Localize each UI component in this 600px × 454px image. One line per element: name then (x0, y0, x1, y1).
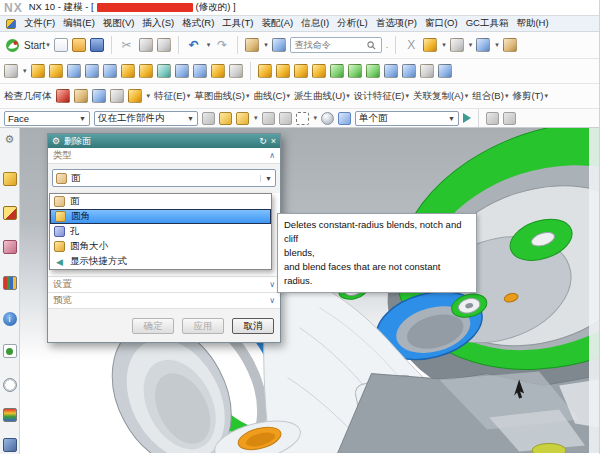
redo-icon[interactable]: ↷ (214, 37, 230, 53)
apply-button[interactable]: 应用 (182, 318, 224, 334)
type-filter-combo[interactable]: Face▼ (4, 111, 90, 126)
graphics-window[interactable]: ⚙ 删除面 ↻ × 类型 ∧ 面 ▼ (20, 128, 599, 454)
menu-insert[interactable]: 插入(S) (142, 17, 174, 30)
deviation-icon[interactable] (74, 89, 88, 103)
unite-icon[interactable] (330, 64, 344, 78)
new-file-icon[interactable] (54, 38, 68, 52)
datum-csys-icon[interactable] (258, 64, 272, 78)
block-icon[interactable] (67, 64, 81, 78)
preview-group-header[interactable]: 预览 ∨ (48, 293, 280, 309)
sphere-select-icon[interactable] (321, 112, 334, 125)
menu-tools[interactable]: 工具(T) (222, 17, 253, 30)
menu-analysis[interactable]: 分析(L) (337, 17, 368, 30)
undo-icon[interactable]: ↶ (186, 37, 202, 53)
boss-icon[interactable] (139, 64, 153, 78)
menu-gc-toolbox[interactable]: GC工具箱 (466, 17, 509, 30)
selection-scope-combo[interactable]: 仅在工作部件内▼ (94, 111, 198, 126)
part-navigator-icon[interactable] (3, 240, 17, 254)
snap-point-icon[interactable] (219, 112, 232, 125)
assembly-navigator-icon[interactable] (3, 172, 17, 186)
popup-item-face[interactable]: 面 (50, 194, 271, 209)
rendering-style-icon[interactable] (476, 38, 490, 52)
command-finder-icon[interactable] (245, 38, 259, 52)
popup-item-blend[interactable]: 圆角 (50, 209, 271, 224)
shell-icon[interactable] (211, 64, 225, 78)
revolve-icon[interactable] (49, 64, 63, 78)
cylinder-icon[interactable] (85, 64, 99, 78)
menu-preferences[interactable]: 首选项(P) (376, 17, 417, 30)
face-rule-combo[interactable]: 单个面▼ (355, 111, 459, 126)
group-curve[interactable]: 曲线(C)▾ (253, 90, 290, 103)
deselect-icon[interactable] (279, 112, 292, 125)
popup-item-show-shortcuts[interactable]: ◀ 显示快捷方式 (50, 254, 271, 269)
rib-icon[interactable] (229, 64, 243, 78)
measure-icon[interactable] (92, 89, 106, 103)
snap-point-alt-icon[interactable] (236, 112, 249, 125)
group-trim[interactable]: 修剪(T)▾ (512, 90, 548, 103)
sketch-icon[interactable] (4, 64, 18, 78)
web-browser-icon[interactable]: i (3, 312, 17, 326)
menu-file[interactable]: 文件(F) (24, 17, 55, 30)
thread-icon[interactable] (193, 64, 207, 78)
subtract-icon[interactable] (348, 64, 362, 78)
menu-assemblies[interactable]: 装配(A) (262, 17, 294, 30)
orient-view-icon[interactable]: X (403, 37, 419, 53)
popup-item-blend-size[interactable]: 圆角大小 (50, 239, 271, 254)
dialog-title-bar[interactable]: ⚙ 删除面 ↻ × (48, 134, 280, 148)
intersect-icon[interactable] (366, 64, 380, 78)
constraint-navigator-icon[interactable] (3, 206, 17, 220)
fit-view-icon[interactable] (423, 38, 437, 52)
ok-button[interactable]: 确定 (132, 318, 174, 334)
point-icon[interactable] (276, 64, 290, 78)
group-associative-copy[interactable]: 关联复制(A)▾ (413, 90, 468, 103)
display-part-icon[interactable] (272, 38, 286, 52)
expand-chevron-icon[interactable]: ∨ (269, 280, 275, 289)
start-button[interactable]: Start▾ (24, 40, 50, 51)
select-handle-icon[interactable] (262, 112, 275, 125)
move-handle-icon[interactable] (486, 112, 499, 125)
dialog-reset-icon[interactable]: ↻ (259, 137, 267, 146)
expand-chevron-icon[interactable]: ∨ (269, 296, 275, 305)
solid-select-icon[interactable] (338, 112, 351, 125)
type-group-header[interactable]: 类型 ∧ (48, 148, 280, 164)
sew-icon[interactable] (384, 64, 398, 78)
paste-icon[interactable] (157, 38, 171, 52)
dialog-close-icon[interactable]: × (271, 137, 276, 146)
system-materials-icon[interactable] (3, 438, 17, 452)
apply-filter-arrow-icon[interactable] (463, 113, 471, 123)
gear-icon[interactable]: ⚙ (3, 132, 17, 146)
cone-icon[interactable] (103, 64, 117, 78)
examine-geometry-icon[interactable] (56, 89, 70, 103)
menu-information[interactable]: 信息(I) (301, 17, 329, 30)
menu-edit[interactable]: 编辑(E) (63, 17, 95, 30)
roles-palette-icon[interactable] (3, 408, 17, 422)
cut-icon[interactable]: ✂ (119, 37, 135, 53)
show-hide-icon[interactable] (450, 38, 464, 52)
group-feature[interactable]: 特征(E)▾ (154, 90, 190, 103)
pocket-icon[interactable] (157, 64, 171, 78)
offset-face-icon[interactable] (420, 64, 434, 78)
extrude-icon[interactable] (31, 64, 45, 78)
group-derived-curve[interactable]: 派生曲线(U)▾ (294, 90, 350, 103)
group-design-feature[interactable]: 设计特征(E)▾ (354, 90, 409, 103)
save-icon[interactable] (90, 38, 104, 52)
hatch-lines-icon[interactable] (128, 89, 142, 103)
pad-icon[interactable] (175, 64, 189, 78)
copy-icon[interactable] (139, 38, 153, 52)
reuse-library-icon[interactable] (3, 276, 17, 290)
command-search-box[interactable] (290, 37, 382, 53)
check-geometry-label[interactable]: 检查几何体 (4, 90, 52, 103)
menu-help[interactable]: 帮助(H) (516, 17, 548, 30)
cancel-button[interactable]: 取消 (232, 318, 274, 334)
collapse-chevron-icon[interactable]: ∧ (269, 151, 275, 160)
trim-body-icon[interactable] (438, 64, 452, 78)
patch-icon[interactable] (402, 64, 416, 78)
pattern-feature-icon[interactable] (294, 64, 308, 78)
window-partial-icon[interactable] (503, 38, 517, 52)
ruler-icon[interactable] (110, 89, 124, 103)
nx-start-logo-icon[interactable] (4, 37, 20, 53)
rotate-handle-icon[interactable] (503, 112, 516, 125)
history-palette-icon[interactable] (3, 344, 17, 358)
undo-chevron-icon[interactable]: ▾ (207, 41, 211, 49)
menu-window[interactable]: 窗口(O) (425, 17, 458, 30)
